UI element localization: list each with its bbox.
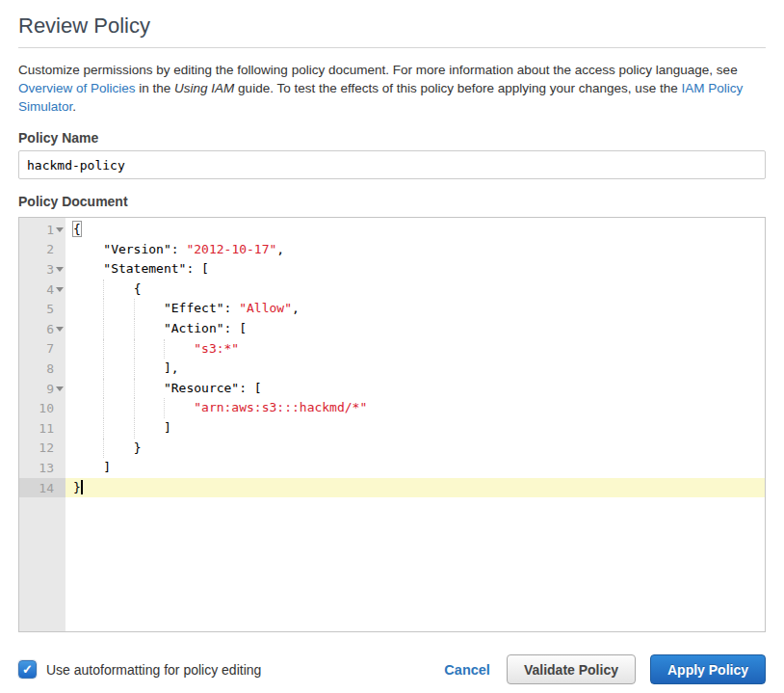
line-number: 11 xyxy=(39,421,54,436)
fold-arrow-icon[interactable] xyxy=(56,267,64,272)
json-token xyxy=(73,420,164,435)
editor-code[interactable]: { "Version": "2012-10-17", "Statement": … xyxy=(65,218,765,631)
description-part2: in the xyxy=(136,81,175,95)
gutter-line-number: 12 xyxy=(19,439,65,459)
line-number: 7 xyxy=(46,341,54,356)
json-string-value: "2012-10-17" xyxy=(186,242,276,256)
line-number: 8 xyxy=(46,361,54,376)
code-line[interactable]: "Version": "2012-10-17", xyxy=(65,240,765,260)
gutter-line-number: 4 xyxy=(19,280,65,300)
indent-guide xyxy=(103,299,104,319)
editor-gutter: 1234567891011121314 xyxy=(19,218,65,631)
line-number: 9 xyxy=(46,382,54,396)
indent-guide xyxy=(103,319,104,339)
fold-arrow-icon[interactable] xyxy=(56,287,64,292)
json-token xyxy=(73,242,103,256)
json-token: ] xyxy=(103,460,111,474)
line-number: 6 xyxy=(46,322,54,336)
description-part1: Customize permissions by editing the fol… xyxy=(18,63,738,77)
json-token: "Effect" xyxy=(164,301,224,315)
gutter-line-number: 10 xyxy=(19,398,65,418)
gutter-line-number: 5 xyxy=(19,299,65,319)
line-number: 13 xyxy=(39,461,54,475)
code-line[interactable]: "Statement": [ xyxy=(65,259,765,280)
cancel-link[interactable]: Cancel xyxy=(444,662,490,678)
json-token: "Action" xyxy=(164,321,224,335)
using-iam-guide-name: Using IAM xyxy=(174,81,234,95)
code-line[interactable]: "Action": [ xyxy=(65,319,765,339)
json-token: : [ xyxy=(224,321,247,335)
gutter-line-number: 3 xyxy=(19,259,65,280)
json-token xyxy=(73,460,103,474)
validate-policy-button[interactable]: Validate Policy xyxy=(507,654,636,684)
gutter-line-number: 14 xyxy=(19,478,65,498)
review-policy-page: Review Policy Customize permissions by e… xyxy=(0,13,784,684)
indent-guide xyxy=(134,418,135,439)
json-token: { xyxy=(73,222,81,236)
code-line[interactable]: "s3:*" xyxy=(65,339,765,360)
indent-guide xyxy=(164,398,165,418)
fold-arrow-icon[interactable] xyxy=(56,327,64,332)
page-title: Review Policy xyxy=(18,13,766,39)
gutter-line-number: 2 xyxy=(19,240,65,260)
gutter-line-number: 7 xyxy=(19,339,65,360)
json-token xyxy=(73,321,164,335)
json-token: "Resource" xyxy=(164,381,239,395)
code-line[interactable]: ] xyxy=(65,458,765,478)
indent-guide xyxy=(103,398,104,418)
indent-guide xyxy=(134,299,135,319)
fold-arrow-icon[interactable] xyxy=(56,386,64,391)
indent-guide xyxy=(103,280,104,300)
line-number: 12 xyxy=(39,440,54,455)
policy-document-editor[interactable]: 1234567891011121314 { "Version": "2012-1… xyxy=(18,217,766,632)
json-token: "Statement" xyxy=(103,261,186,276)
code-line[interactable]: { xyxy=(65,280,765,300)
action-buttons: Cancel Validate Policy Apply Policy xyxy=(444,654,766,684)
json-token xyxy=(73,301,164,315)
policy-name-label: Policy Name xyxy=(18,130,766,147)
json-token: ] xyxy=(164,420,171,435)
code-line[interactable]: ], xyxy=(65,359,765,379)
json-token: } xyxy=(73,480,81,494)
description-part3: guide. To test the effects of this polic… xyxy=(234,81,681,95)
json-token xyxy=(73,261,103,276)
indent-guide xyxy=(103,359,104,379)
json-token: } xyxy=(134,440,142,455)
code-line[interactable]: "arn:aws:s3:::hackmd/*" xyxy=(65,398,765,418)
indent-guide xyxy=(134,359,135,379)
description-text: Customize permissions by editing the fol… xyxy=(18,61,762,116)
json-string-value: "Allow" xyxy=(239,301,292,315)
json-token: : [ xyxy=(186,261,208,276)
fold-arrow-icon[interactable] xyxy=(56,227,64,232)
line-number: 10 xyxy=(39,401,54,415)
line-number: 5 xyxy=(46,302,54,316)
code-line[interactable]: } xyxy=(65,478,765,498)
autoformat-option[interactable]: ✓ Use autoformatting for policy editing xyxy=(18,660,261,679)
indent-guide xyxy=(103,418,104,439)
gutter-line-number: 11 xyxy=(19,418,65,439)
autoformat-label: Use autoformatting for policy editing xyxy=(46,662,261,678)
code-line[interactable]: "Effect": "Allow", xyxy=(65,299,765,319)
gutter-line-number: 9 xyxy=(19,379,65,399)
indent-guide xyxy=(103,439,104,459)
indent-guide xyxy=(164,339,165,360)
indent-guide xyxy=(134,339,135,360)
code-line[interactable]: "Resource": [ xyxy=(65,379,765,399)
apply-policy-button[interactable]: Apply Policy xyxy=(650,654,766,684)
code-line[interactable]: ] xyxy=(65,418,765,439)
overview-of-policies-link[interactable]: Overview of Policies xyxy=(18,81,136,95)
json-token: ], xyxy=(164,360,179,375)
json-token: { xyxy=(134,281,142,296)
indent-guide xyxy=(134,319,135,339)
line-number: 4 xyxy=(46,282,54,297)
policy-name-input[interactable] xyxy=(18,150,766,179)
code-line[interactable]: { xyxy=(65,220,765,240)
autoformat-checkbox[interactable]: ✓ xyxy=(18,660,37,679)
indent-guide xyxy=(103,379,104,399)
gutter-line-number: 1 xyxy=(19,220,65,240)
json-token: "Version" xyxy=(103,242,170,256)
description-part4: . xyxy=(72,99,76,114)
indent-guide xyxy=(134,379,135,399)
code-line[interactable]: } xyxy=(65,439,765,459)
footer-bar: ✓ Use autoformatting for policy editing … xyxy=(18,654,766,684)
